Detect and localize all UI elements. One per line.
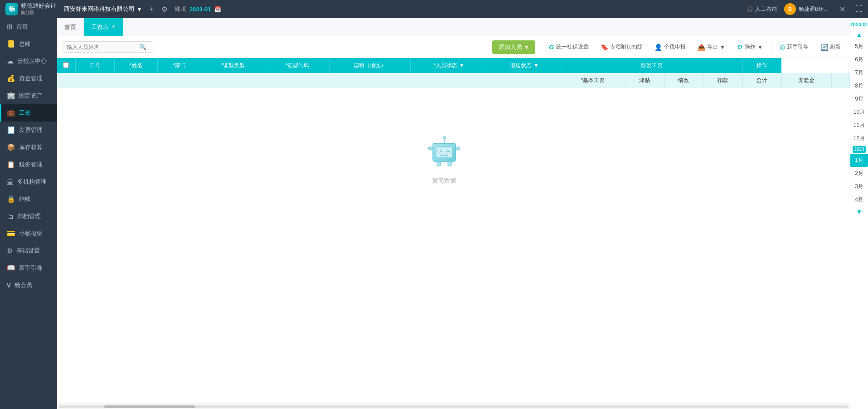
social-insurance-action[interactable]: ♻ 统一社保设置 <box>545 41 592 53</box>
sidebar-label-expense: 小畅报销 <box>19 229 43 238</box>
close-window-button[interactable]: ✕ <box>839 5 845 14</box>
sidebar-item-cloud-report[interactable]: ☁ 云报表中心 <box>0 53 57 70</box>
user-avatar: B <box>784 3 796 15</box>
svg-point-4 <box>440 151 441 152</box>
table-container: 工号 *姓名 *部门 *证型类型 *证型号码 国籍（地区） *人员状态 ▼ 报送… <box>57 58 850 404</box>
header-id-number: *证型号码 <box>265 58 330 73</box>
no-data-area: 暂无数据 <box>57 88 831 230</box>
add-person-button[interactable]: 添加人员 ▼ <box>492 40 535 54</box>
export-dropdown-icon: ▼ <box>720 44 725 50</box>
svg-rect-10 <box>428 147 433 150</box>
header-nationality: 国籍（地区） <box>330 58 411 73</box>
header-number: 工号 <box>75 58 114 73</box>
month-item-8[interactable]: 8月 <box>850 79 868 93</box>
sidebar-item-expense[interactable]: 💳 小畅报销 <box>0 225 57 242</box>
sidebar-item-guide[interactable]: 📖 新手引导 <box>0 259 57 277</box>
operations-dropdown-icon: ▼ <box>757 44 763 50</box>
sidebar-item-multi-org[interactable]: 🏛 多机构管理 <box>0 173 57 190</box>
guide-action-icon: ◎ <box>780 44 785 51</box>
refresh-action[interactable]: 🔄 刷新 <box>817 41 844 53</box>
sidebar-item-home[interactable]: ⊞ 首页 <box>0 18 57 35</box>
user-label: 畅捷通B组... <box>799 5 829 13</box>
sidebar-item-invoice[interactable]: 🧾 发票管理 <box>0 122 57 139</box>
add-person-label: 添加人员 <box>499 43 522 51</box>
tab-wage[interactable]: 工资表 ✕ <box>84 18 123 36</box>
sidebar-item-fund[interactable]: 💰 资金管理 <box>0 70 57 87</box>
sidebar-item-wage[interactable]: 💼 工资 <box>0 104 57 122</box>
table-body: 暂无数据 <box>57 88 850 230</box>
app-subtitle: 旗舰版 <box>21 10 56 16</box>
special-deduct-icon: 🔖 <box>601 44 608 51</box>
refresh-label: 刷新 <box>830 43 841 51</box>
content-area: 首页 工资表 ✕ 🔍 添加人员 ▼ ♻ 统一社保设置 🔖 <box>57 18 850 409</box>
sidebar-item-inventory[interactable]: 📦 库存核算 <box>0 139 57 156</box>
search-wrap[interactable]: 🔍 <box>63 41 153 53</box>
tab-home[interactable]: 首页 <box>57 18 84 36</box>
settings-button[interactable]: ⚙ <box>161 5 168 14</box>
service-icon: 🎧 <box>747 6 753 12</box>
panel-scroll-down[interactable]: ▼ <box>854 206 864 217</box>
sidebar-item-archive[interactable]: 🗂 归档管理 <box>0 208 57 225</box>
scrollbar-thumb[interactable] <box>104 405 195 408</box>
month-item-11[interactable]: 11月 <box>850 119 868 132</box>
expense-icon: 💳 <box>7 229 15 238</box>
svg-point-5 <box>447 151 449 152</box>
company-selector[interactable]: 西安虾米网络科技有限公司 ▼ <box>64 5 142 13</box>
svg-rect-11 <box>456 147 460 150</box>
calendar-icon[interactable]: 📅 <box>214 6 221 13</box>
right-panel: 2023.01 ▲ 5月 6月 7月 8月 9月 10月 11月 12月 202… <box>850 18 868 409</box>
company-name: 西安虾米网络科技有限公司 <box>64 5 135 13</box>
export-action[interactable]: 📤 导出 ▼ <box>694 41 729 53</box>
month-item-7[interactable]: 7月 <box>850 66 868 79</box>
tab-wage-close-icon[interactable]: ✕ <box>112 24 116 30</box>
fixed-asset-icon: 🏢 <box>7 92 15 100</box>
report-filter-icon[interactable]: ▼ <box>533 62 539 68</box>
sidebar-item-ledger[interactable]: 📒 总账 <box>0 35 57 53</box>
no-data-text: 暂无数据 <box>432 177 456 185</box>
month-item-12[interactable]: 12月 <box>850 132 868 145</box>
month-item-6[interactable]: 6月 <box>850 53 868 66</box>
sidebar-label-inventory: 库存核算 <box>19 143 43 151</box>
sidebar-item-tax[interactable]: 📋 税务管理 <box>0 156 57 173</box>
close-period-icon: 🔒 <box>7 195 15 203</box>
maximize-window-button[interactable]: ⛶ <box>855 5 863 13</box>
status-filter-icon[interactable]: ▼ <box>459 62 465 68</box>
header-checkbox[interactable] <box>57 58 75 73</box>
period-display: 账期 2023-01 📅 <box>175 5 221 13</box>
add-company-button[interactable]: ＋ <box>148 5 155 14</box>
app-title: 畅德通好会计 <box>21 2 56 10</box>
user-button[interactable]: B 畅捷通B组... <box>784 3 829 15</box>
sidebar-item-fixed-asset[interactable]: 🏢 固定资产 <box>0 87 57 104</box>
month-item-10[interactable]: 10月 <box>850 106 868 119</box>
service-button[interactable]: 🎧 人工咨询 <box>747 5 777 13</box>
horizontal-scrollbar[interactable] <box>57 404 850 409</box>
month-item-4[interactable]: 4月 <box>850 193 868 206</box>
sidebar-item-member[interactable]: V 畅会员 <box>0 277 57 294</box>
guide-icon: 📖 <box>7 264 15 272</box>
month-item-1[interactable]: 1月 <box>850 154 868 167</box>
no-data-row: 暂无数据 <box>57 88 850 230</box>
personal-tax-icon: 👤 <box>655 44 662 51</box>
tax-icon: 📋 <box>7 161 15 169</box>
guide-action[interactable]: ◎ 新手引导 <box>776 41 812 53</box>
month-item-5[interactable]: 5月 <box>850 40 868 53</box>
app-logo: 畅 畅德通好会计 旗舰版 <box>5 2 62 16</box>
month-item-2[interactable]: 2月 <box>850 167 868 180</box>
scrollbar-track[interactable] <box>59 405 848 408</box>
invoice-icon: 🧾 <box>7 126 15 134</box>
sidebar-label-fixed-asset: 固定资产 <box>19 92 43 100</box>
search-input[interactable] <box>67 44 139 50</box>
special-deduct-action[interactable]: 🔖 专项附加扣除 <box>597 41 646 53</box>
panel-scroll-up[interactable]: ▲ <box>854 29 864 40</box>
sidebar-label-multi-org: 多机构管理 <box>17 178 47 186</box>
sidebar-item-basic-settings[interactable]: ⚙ 基础设置 <box>0 242 57 259</box>
wage-table: 工号 *姓名 *部门 *证型类型 *证型号码 国籍（地区） *人员状态 ▼ 报送… <box>57 58 850 230</box>
select-all-checkbox[interactable] <box>63 62 69 68</box>
personal-tax-action[interactable]: 👤 个税申报 <box>651 41 689 53</box>
month-item-9[interactable]: 9月 <box>850 93 868 106</box>
wage-icon: 💼 <box>7 109 15 117</box>
topbar-actions: ＋ ⚙ <box>148 5 168 14</box>
operations-action[interactable]: ⚙ 操作 ▼ <box>733 41 766 53</box>
sidebar-item-close-period[interactable]: 🔒 结账 <box>0 190 57 208</box>
month-item-3[interactable]: 3月 <box>850 180 868 193</box>
